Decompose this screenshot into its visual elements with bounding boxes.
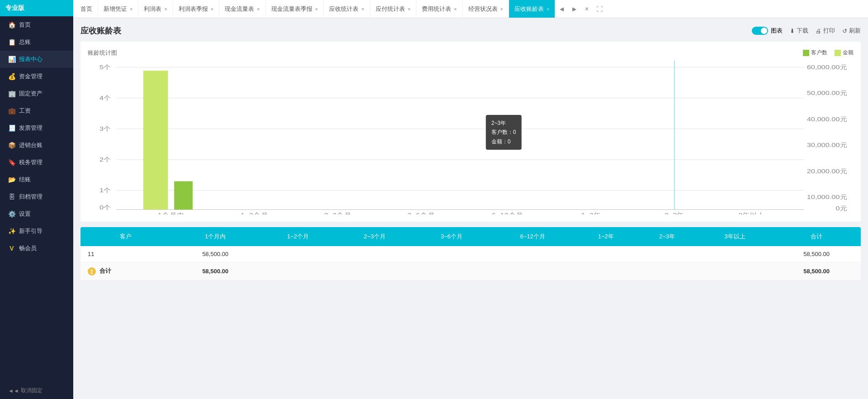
sidebar-item-archive[interactable]: 🗄 归档管理 (0, 188, 73, 205)
td-m36 (413, 246, 490, 262)
tab-ar-stats[interactable]: 应收统计表 × (324, 0, 370, 18)
svg-text:2~3个月: 2~3个月 (324, 212, 352, 214)
sidebar-item-salary[interactable]: 💼 工资 (0, 102, 73, 119)
sidebar-item-home-label: 首页 (19, 21, 31, 29)
th-m1: 1个月内 (171, 227, 259, 246)
app-logo: 专业版 (0, 0, 73, 16)
print-button[interactable]: 🖨 打印 (816, 27, 835, 35)
tab-business-close[interactable]: × (500, 6, 503, 12)
sidebar-item-home[interactable]: 🏠 首页 (0, 16, 73, 33)
tab-business[interactable]: 经营状况表 × (463, 0, 509, 18)
sidebar-item-archive-label: 归档管理 (19, 193, 42, 201)
sidebar-item-ledger[interactable]: 📋 总账 (0, 33, 73, 51)
svg-text:3年以上: 3年以上 (738, 212, 765, 214)
sidebar-item-ledger-label: 总账 (19, 38, 31, 46)
tab-profit[interactable]: 利润表 × (138, 0, 173, 18)
bar-amount-1month (143, 71, 168, 209)
guide-icon: ✨ (8, 228, 15, 235)
svg-text:5个: 5个 (99, 64, 111, 71)
td-customer: 11 (80, 246, 171, 262)
tab-voucher[interactable]: 新增凭证 × (98, 0, 138, 18)
tab-prev-button[interactable]: ◀ (556, 4, 567, 14)
tab-close-all-button[interactable]: ✕ (581, 4, 592, 14)
tab-cashflow-q-close[interactable]: × (315, 6, 318, 12)
tab-expense[interactable]: 费用统计表 × (416, 0, 462, 18)
sidebar-item-settings-label: 设置 (19, 210, 31, 218)
sidebar-item-guide-label: 新手引导 (19, 227, 42, 235)
svg-text:6~12个月: 6~12个月 (492, 212, 524, 214)
sidebar-item-purchase[interactable]: 📦 进销台账 (0, 137, 73, 154)
svg-text:20,000.00元: 20,000.00元 (807, 168, 848, 174)
chart-toggle-wrapper: 图表 (752, 27, 783, 35)
tax-icon: 🔖 (8, 159, 15, 166)
tab-ap-stats[interactable]: 应付统计表 × (370, 0, 416, 18)
th-m612: 6~12个月 (490, 227, 576, 246)
svg-text:0个: 0个 (99, 204, 111, 211)
svg-text:10,000.00元: 10,000.00元 (807, 194, 848, 200)
sidebar-item-capital-label: 资金管理 (19, 72, 42, 81)
chart-toggle[interactable] (752, 27, 768, 35)
tab-ap-stats-label: 应付统计表 (376, 5, 405, 13)
sidebar-item-salary-label: 工资 (19, 107, 31, 115)
invoice-icon: 🧾 (8, 124, 15, 132)
print-label: 打印 (823, 27, 835, 35)
sidebar: 专业版 🏠 首页 📋 总账 📊 报表中心 💰 资金管理 🏢 固定资产 💼 工资 … (0, 0, 73, 399)
td-total-m23 (336, 262, 413, 280)
tab-voucher-label: 新增凭证 (104, 5, 127, 13)
svg-text:30,000.00元: 30,000.00元 (807, 142, 848, 148)
download-icon: ⬇ (790, 28, 795, 34)
sidebar-item-tax[interactable]: 🔖 税务管理 (0, 154, 73, 171)
sidebar-item-invoice[interactable]: 🧾 发票管理 (0, 119, 73, 137)
unpin-button[interactable]: ◄◄ 取消固定 (0, 382, 73, 399)
refresh-button[interactable]: ↺ 刷新 (842, 27, 861, 35)
tab-profit-q-close[interactable]: × (211, 6, 213, 12)
th-customer: 客户 (80, 227, 171, 246)
tab-ar-aging[interactable]: 应收账龄表 × (509, 0, 555, 18)
header-actions: 图表 ⬇ 下载 🖨 打印 ↺ 刷新 (752, 27, 861, 35)
tab-next-button[interactable]: ▶ (569, 4, 580, 14)
settle-icon: 📂 (8, 176, 15, 183)
sidebar-item-capital[interactable]: 💰 资金管理 (0, 68, 73, 85)
th-m12: 1~2个月 (259, 227, 336, 246)
sidebar-item-reports[interactable]: 📊 报表中心 (0, 51, 73, 68)
tab-home[interactable]: 首页 (75, 0, 98, 18)
tab-ap-stats-close[interactable]: × (408, 6, 410, 12)
tab-profit-q-label: 利润表季报 (179, 5, 208, 13)
svg-text:0元: 0元 (835, 205, 847, 212)
sidebar-item-invoice-label: 发票管理 (19, 124, 42, 132)
legend-customer: 客户数 (803, 49, 827, 57)
chart-container: 账龄统计图 客户数 金额 5个 4个 3个 2个 1个 (80, 42, 861, 222)
chart-wrap: 5个 4个 3个 2个 1个 0个 60,000.00元 50,000.00元 … (88, 61, 854, 214)
tab-ar-stats-close[interactable]: × (361, 6, 364, 12)
sidebar-item-member[interactable]: V 畅会员 (0, 240, 73, 257)
sidebar-item-settings[interactable]: ⚙️ 设置 (0, 205, 73, 223)
tab-expense-close[interactable]: × (454, 6, 457, 12)
td-total-total: 58,500.00 (772, 262, 861, 280)
sidebar-item-settle[interactable]: 📂 结账 (0, 171, 73, 188)
download-button[interactable]: ⬇ 下载 (790, 27, 808, 35)
content-area: 应收账龄表 图表 ⬇ 下载 🖨 打印 ↺ 刷新 (73, 18, 868, 399)
svg-text:40,000.00元: 40,000.00元 (807, 116, 848, 123)
tab-cashflow-q[interactable]: 现金流量表季报 × (266, 0, 324, 18)
sidebar-item-assets-label: 固定资产 (19, 90, 42, 98)
tab-expand-button[interactable]: ⛶ (594, 4, 605, 14)
svg-text:2~3年: 2~3年 (665, 212, 685, 214)
legend-amount-label: 金额 (843, 49, 854, 57)
tab-profit-q[interactable]: 利润表季报 × (173, 0, 219, 18)
td-total-m1: 58,500.00 (171, 262, 259, 280)
svg-text:1个月内: 1个月内 (158, 212, 184, 214)
svg-text:3~6个月: 3~6个月 (407, 212, 435, 214)
tab-profit-close[interactable]: × (164, 6, 167, 12)
th-m36: 3~6个月 (413, 227, 490, 246)
settings-icon: ⚙️ (8, 210, 15, 218)
legend-amount-dot (835, 50, 841, 56)
sidebar-item-guide[interactable]: ✨ 新手引导 (0, 223, 73, 240)
tab-voucher-close[interactable]: × (130, 6, 132, 12)
td-y12 (576, 246, 637, 262)
tab-ar-aging-close[interactable]: × (547, 6, 549, 12)
td-total-y12 (576, 262, 637, 280)
sidebar-item-assets[interactable]: 🏢 固定资产 (0, 85, 73, 102)
table-header-row: 客户 1个月内 1~2个月 2~3个月 3~6个月 6~12个月 1~2年 2~… (80, 227, 861, 246)
tab-cashflow[interactable]: 现金流量表 × (219, 0, 265, 18)
tab-cashflow-close[interactable]: × (257, 6, 259, 12)
